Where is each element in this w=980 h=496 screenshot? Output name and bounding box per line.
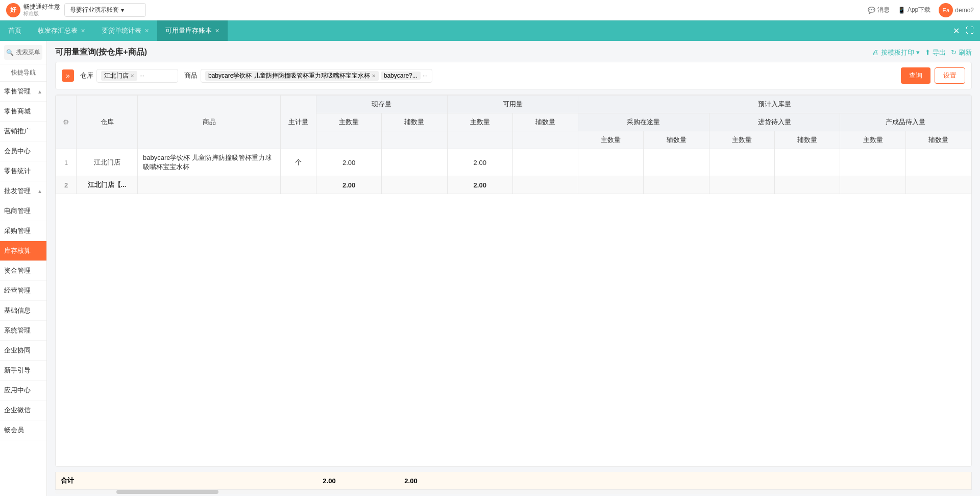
product-ellipsis[interactable]: ··· xyxy=(423,72,428,79)
horizontal-scrollbar[interactable] xyxy=(55,490,972,494)
sidebar-item-retail-stats[interactable]: 零售统计 xyxy=(0,161,46,181)
sidebar-item-enterprise-collab[interactable]: 企业协同 xyxy=(0,341,46,361)
row-2-product xyxy=(138,176,281,194)
row-1-finished-main xyxy=(840,149,905,176)
sidebar-item-app-center[interactable]: 应用中心 xyxy=(0,381,46,400)
sidebar-item-member-plus[interactable]: 畅会员 xyxy=(0,420,46,440)
app-download-btn[interactable]: 📱 App下载 xyxy=(898,6,930,14)
sidebar-item-retail-mgmt[interactable]: 零售管理 ▲ xyxy=(0,82,46,102)
settings-button[interactable]: 设置 xyxy=(935,67,965,84)
sidebar: 🔍 搜索菜单 快捷导航 零售管理 ▲ 零售商城 营销推广 会员中心 零售统计 批… xyxy=(0,41,47,496)
product-tag-1: babycare学饮杯 儿童防摔防撞吸管杯重力球吸嘴杯宝宝水杯 ✕ xyxy=(205,71,379,81)
message-btn[interactable]: 💬 消息 xyxy=(868,6,890,14)
tab-order-stats-close[interactable]: ✕ xyxy=(144,28,149,34)
tab-available-stock[interactable]: 可用量库存账本 ✕ xyxy=(157,20,228,41)
warehouse-ellipsis[interactable]: ··· xyxy=(139,72,144,79)
export-btn[interactable]: ⬆ 导出 xyxy=(925,48,946,57)
col-gear: ⚙ xyxy=(56,96,77,149)
row-2-num: 2 xyxy=(56,176,77,194)
template-print-btn[interactable]: 🖨 按模板打印 ▾ xyxy=(872,48,920,57)
sidebar-item-new-guide-label: 新手引导 xyxy=(4,366,31,375)
page-title: 可用量查询(按仓库+商品) xyxy=(55,47,147,58)
col-available-header: 可用量 xyxy=(447,96,578,113)
refresh-icon: ↻ xyxy=(951,49,957,56)
row-1-product: babycare学饮杯 儿童防摔防撞吸管杯重力球吸嘴杯宝宝水杯 xyxy=(138,149,281,176)
template-print-label: 按模板打印 xyxy=(881,48,914,57)
quick-nav-label: 快捷导航 xyxy=(11,69,36,76)
col-stock-aux-qty-header: 辅数量 xyxy=(382,113,447,131)
row-2-finished-main xyxy=(840,176,905,194)
tab-receipts-close[interactable]: ✕ xyxy=(81,28,85,34)
warehouse-tag-text: 江北门店 xyxy=(104,72,129,80)
tab-order-stats-label: 要货单统计表 xyxy=(102,26,141,35)
filter-bar: » 仓库 江北门店 ✕ ··· 商品 babycare学饮杯 儿童防摔防撞吸管杯… xyxy=(55,62,972,89)
sidebar-item-system[interactable]: 系统管理 xyxy=(0,321,46,341)
refresh-btn[interactable]: ↻ 刷新 xyxy=(951,48,972,57)
sidebar-item-operations[interactable]: 经营管理 xyxy=(0,281,46,301)
warehouse-tag-close[interactable]: ✕ xyxy=(130,73,134,79)
logo-subtitle: 标准版 xyxy=(23,11,60,17)
chevron-down-icon: ▾ xyxy=(121,7,124,14)
quick-nav-btn[interactable]: 快捷导航 xyxy=(0,64,46,82)
product-tag-1-close[interactable]: ✕ xyxy=(372,73,376,79)
user-menu[interactable]: Ea demo2 xyxy=(939,3,974,17)
row-2-purchase-main xyxy=(578,176,644,194)
product-tag-container[interactable]: babycare学饮杯 儿童防摔防撞吸管杯重力球吸嘴杯宝宝水杯 ✕ babyca… xyxy=(201,69,432,83)
sidebar-item-marketing[interactable]: 营销推广 xyxy=(0,122,46,141)
row-1-incoming-main xyxy=(709,149,774,176)
warehouse-tag-container[interactable]: 江北门店 ✕ ··· xyxy=(96,69,178,83)
refresh-label: 刷新 xyxy=(959,48,972,57)
col-purchase-main-header: 主数量 xyxy=(578,131,644,149)
row-2-avail-main: 2.00 xyxy=(447,176,512,194)
sidebar-item-purchase[interactable]: 采购管理 xyxy=(0,221,46,241)
total-available-main: 2.00 xyxy=(390,477,431,485)
sidebar-item-inventory[interactable]: 库存核算 xyxy=(0,241,46,261)
row-2-warehouse: 江北门店【... xyxy=(77,176,138,194)
sidebar-item-ecommerce[interactable]: 电商管理 xyxy=(0,201,46,221)
sidebar-item-ecommerce-label: 电商管理 xyxy=(4,206,31,216)
row-1-purchase-main xyxy=(578,149,644,176)
row-1-finished-aux xyxy=(905,149,971,176)
sidebar-search-area: 🔍 搜索菜单 xyxy=(0,41,46,64)
sidebar-item-members-label: 会员中心 xyxy=(4,147,31,156)
tab-receipts[interactable]: 收发存汇总表 ✕ xyxy=(30,20,93,41)
tab-receipts-label: 收发存汇总表 xyxy=(38,26,78,35)
sidebar-item-retail-mall[interactable]: 零售商城 xyxy=(0,102,46,122)
settings-icon[interactable]: ⚙ xyxy=(63,118,69,126)
message-icon: 💬 xyxy=(868,7,875,14)
row-1-purchase-aux xyxy=(644,149,709,176)
col-avail-main-qty-sub xyxy=(447,131,512,149)
total-label: 合计 xyxy=(61,476,74,485)
query-button[interactable]: 查询 xyxy=(901,67,930,84)
sidebar-item-new-guide[interactable]: 新手引导 xyxy=(0,361,46,381)
header-left: 好 畅捷通好生意 标准版 母婴行业演示账套 ▾ xyxy=(6,3,146,17)
sidebar-item-basics[interactable]: 基础信息 xyxy=(0,301,46,321)
sidebar-item-retail-stats-label: 零售统计 xyxy=(4,167,31,176)
header-right: 💬 消息 📱 App下载 Ea demo2 xyxy=(868,3,974,17)
search-menu-btn[interactable]: 🔍 搜索菜单 xyxy=(4,45,42,60)
sidebar-item-purchase-label: 采购管理 xyxy=(4,226,31,235)
scrollbar-thumb[interactable] xyxy=(116,490,218,494)
filter-expand-btn[interactable]: » xyxy=(62,69,74,82)
enterprise-select[interactable]: 母婴行业演示账套 ▾ xyxy=(64,3,146,17)
sidebar-item-finance[interactable]: 资金管理 xyxy=(0,261,46,281)
tab-available-stock-close[interactable]: ✕ xyxy=(215,28,219,34)
sidebar-item-finance-label: 资金管理 xyxy=(4,266,31,275)
sidebar-item-enterprise-collab-label: 企业协同 xyxy=(4,346,31,355)
row-1-num: 1 xyxy=(56,149,77,176)
close-tab-btn[interactable]: ✕ xyxy=(951,24,962,38)
col-product-header: 商品 xyxy=(138,96,281,149)
print-icon: 🖨 xyxy=(872,49,879,56)
row-2-avail-aux xyxy=(512,176,578,194)
sidebar-item-enterprise-wechat[interactable]: 企业微信 xyxy=(0,400,46,420)
export-icon: ⬆ xyxy=(925,49,930,56)
tab-home[interactable]: 首页 xyxy=(0,20,30,41)
sidebar-item-wholesale[interactable]: 批发管理 ▲ xyxy=(0,181,46,201)
row-1-avail-main: 2.00 xyxy=(447,149,512,176)
expand-btn[interactable]: ⛶ xyxy=(964,24,976,37)
sidebar-item-member-plus-label: 畅会员 xyxy=(4,426,24,435)
sidebar-item-members[interactable]: 会员中心 xyxy=(0,141,46,161)
col-finished-aux-header: 辅数量 xyxy=(905,131,971,149)
tab-order-stats[interactable]: 要货单统计表 ✕ xyxy=(93,20,157,41)
page-actions: 🖨 按模板打印 ▾ ⬆ 导出 ↻ 刷新 xyxy=(872,48,972,57)
